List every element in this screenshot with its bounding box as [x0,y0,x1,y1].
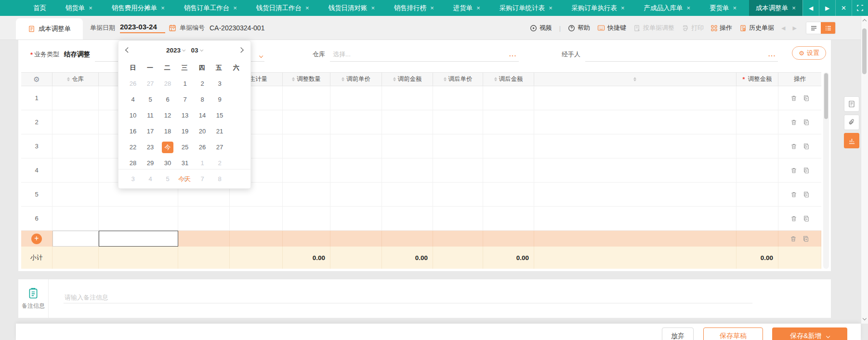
copy-icon[interactable] [803,143,810,150]
calendar-day[interactable]: 13 [176,107,194,123]
date-input[interactable]: 2023-03-24 [120,23,165,33]
card-view-icon[interactable] [821,22,835,34]
tabbar-tab[interactable]: 成本调整单× [749,0,802,16]
calendar-day[interactable]: 23 [142,139,159,155]
tab-prev-icon[interactable]: ◀ [802,0,819,16]
calendar-day[interactable]: 26 [194,139,211,155]
handler-picker-icon[interactable]: ··· [768,52,776,59]
close-icon[interactable]: × [430,4,434,12]
scroll-down-icon[interactable] [862,316,866,320]
close-icon[interactable]: × [89,4,92,12]
calendar-day[interactable]: 14 [194,107,211,123]
sort-icon[interactable] [292,77,295,81]
warehouse-field[interactable]: 仓库 选择... ··· [313,40,519,69]
calendar-day[interactable]: 5 [142,92,159,107]
sort-icon[interactable] [444,77,447,81]
copy-icon[interactable] [803,95,810,102]
next-month-icon[interactable] [238,47,244,52]
remark-input[interactable] [64,292,752,303]
grid-scrollbar-thumb[interactable] [824,73,828,119]
calendar-day[interactable]: 9 [211,92,228,107]
calendar-day[interactable]: 28 [159,76,176,92]
handler-field[interactable]: 经手人 ··· [562,40,778,69]
today-button[interactable]: 今天 [118,169,250,188]
column-header-idx[interactable]: ⚙ [21,73,53,86]
tabbar-tab[interactable]: 产成品入库单× [637,0,697,16]
calendar-day[interactable]: 1 [176,76,194,92]
calendar-icon[interactable] [169,24,176,32]
close-icon[interactable]: × [621,4,625,12]
column-header-spacer[interactable] [534,73,736,86]
copy-icon[interactable] [803,119,810,126]
calendar-day[interactable]: 11 [142,107,159,123]
calendar-day[interactable]: 6 [159,92,176,107]
add-row-button[interactable]: + [31,234,42,244]
tabbar-tab[interactable]: 销货单× [59,0,99,16]
product-input-cell[interactable] [99,231,178,247]
delete-icon[interactable] [790,191,797,198]
scroll-up-icon[interactable] [862,19,866,23]
tabbar-tab[interactable]: 进货单× [447,0,487,16]
calendar-day[interactable]: 4 [124,92,142,107]
year-select[interactable]: 2023 [166,47,185,54]
calendar-day[interactable]: 17 [142,123,159,139]
grid-scrollbar[interactable] [823,72,829,269]
delete-icon[interactable] [790,167,797,174]
calendar-day[interactable]: 3 [211,76,228,92]
sort-icon[interactable] [633,77,636,81]
calendar-day[interactable]: 25 [176,139,194,155]
calendar-day[interactable]: 19 [176,123,194,139]
tabbar-tab[interactable]: 销售排行榜× [387,0,441,16]
tabbar-tab[interactable]: 销售费用分摊单× [105,0,171,16]
close-icon[interactable]: × [371,4,375,12]
save-draft-button[interactable]: 保存草稿 [703,327,763,340]
copy-icon[interactable] [803,191,810,198]
toolbar-help-button[interactable]: 帮助 [568,24,590,32]
list-view-icon[interactable] [806,22,821,34]
calendar-day[interactable]: 10 [124,107,142,123]
column-header-amt_after[interactable]: 调后金额 [483,73,534,86]
calendar-day[interactable]: 21 [211,123,228,139]
doc-subtab[interactable]: 成本调整单 [16,18,83,39]
tabbar-tab[interactable]: 钱货日清工作台× [250,0,316,16]
close-icon[interactable]: × [549,4,552,12]
delete-icon[interactable] [790,235,797,242]
calendar-day[interactable]: 18 [159,123,176,139]
calendar-day[interactable]: 26 [124,76,142,92]
delete-icon[interactable] [790,119,797,126]
save-and-new-button[interactable]: 保存&新增 [772,327,847,340]
toolbar-history-docs-button[interactable]: 历史单据 [739,24,774,32]
calendar-day[interactable]: 12 [159,107,176,123]
sort-icon[interactable] [67,77,70,81]
toolbar-operations-button[interactable]: 操作 [711,24,732,32]
close-icon[interactable]: × [733,4,736,12]
fullscreen-icon[interactable] [852,0,868,16]
column-header-qty[interactable]: 调整数量 [283,73,330,86]
calendar-day[interactable]: 7 [176,92,194,107]
close-icon[interactable]: × [305,4,309,12]
note-icon[interactable] [844,96,859,112]
warehouse-picker-icon[interactable]: ··· [509,52,517,59]
month-select[interactable]: 03 [191,47,203,54]
calendar-day[interactable]: 15 [211,107,228,123]
calendar-day[interactable]: 8 [194,92,211,107]
calendar-day[interactable]: 16 [124,123,142,139]
toolbar-shortcut-keys-button[interactable]: 快捷键 [597,24,626,32]
cancel-button[interactable]: 放弃 [662,327,694,340]
settings-button[interactable]: ⚙ 设置 [792,46,826,60]
doc-next-icon[interactable]: ▶ [793,25,797,31]
close-icon[interactable]: × [686,4,690,12]
sort-icon[interactable] [342,77,344,81]
close-icon[interactable]: × [792,4,796,12]
delete-icon[interactable] [790,95,797,102]
attachment-icon[interactable] [844,115,859,130]
close-icon[interactable]: × [476,4,480,12]
calendar-day-today[interactable]: 今 [159,139,176,155]
calendar-day[interactable]: 20 [194,123,211,139]
column-header-price_before[interactable]: 调前单价 [330,73,382,86]
copy-icon[interactable] [802,235,809,242]
calendar-day[interactable]: 22 [124,139,142,155]
column-header-price_after[interactable]: 调后单价 [433,73,483,86]
close-icon[interactable]: × [233,4,237,12]
column-header-amt_before[interactable]: 调前金额 [382,73,433,86]
